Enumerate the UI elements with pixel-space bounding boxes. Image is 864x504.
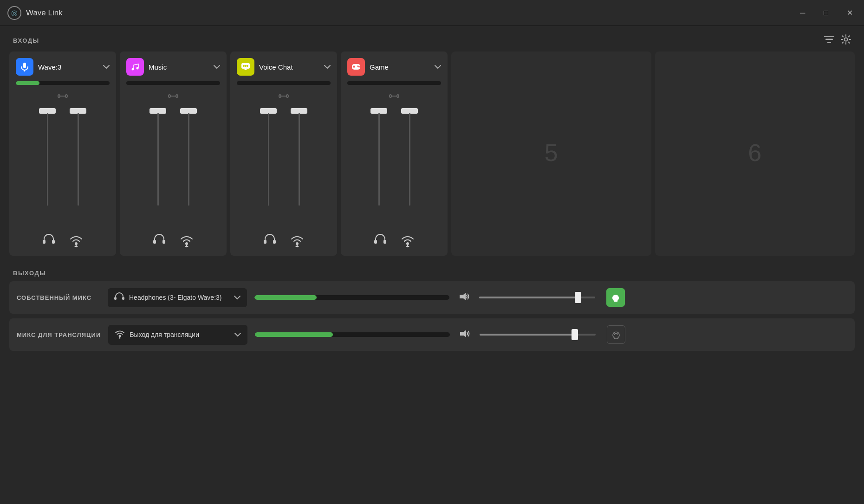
link-icon-wave3 bbox=[16, 92, 110, 100]
hear-button-stream[interactable] bbox=[607, 325, 625, 344]
headphones-icon-game[interactable] bbox=[374, 233, 387, 247]
volume-meter-fill-wave3 bbox=[16, 81, 39, 85]
channel-icon-wave3 bbox=[16, 58, 33, 76]
svg-rect-41 bbox=[114, 297, 117, 300]
channel-name-wave3: Wave:3 bbox=[38, 63, 98, 71]
faders-voicechat bbox=[237, 108, 331, 221]
svg-rect-37 bbox=[383, 240, 386, 244]
broadcast-icon-voicechat[interactable] bbox=[290, 233, 304, 247]
channel-name-voicechat: Voice Chat bbox=[259, 63, 319, 71]
maximize-button[interactable]: □ bbox=[820, 6, 832, 19]
inputs-section-header: ВХОДЫ bbox=[0, 26, 864, 52]
output-slider-thumb-stream[interactable] bbox=[572, 329, 578, 340]
output-device-stream[interactable]: Выход для трансляции bbox=[108, 325, 247, 345]
minimize-button[interactable]: ─ bbox=[796, 6, 809, 19]
volume-icon-stream[interactable] bbox=[459, 329, 470, 341]
svg-rect-16 bbox=[162, 240, 165, 244]
fader-line-right-game bbox=[409, 113, 410, 206]
svg-marker-46 bbox=[118, 337, 121, 338]
volume-meter-wave3 bbox=[16, 81, 110, 85]
fader-line-right-wave3 bbox=[78, 113, 79, 206]
output-device-name-stream: Выход для трансляции bbox=[130, 331, 230, 338]
svg-marker-43 bbox=[460, 293, 466, 300]
window-controls: ─ □ ✕ bbox=[796, 6, 857, 19]
filter-icon-button[interactable] bbox=[824, 34, 834, 47]
outputs-label: ВЫХОДЫ bbox=[13, 270, 46, 277]
output-label-headphones: СОБСТВЕННЫЙ МИКС bbox=[17, 294, 100, 301]
fader-line-left-wave3 bbox=[47, 113, 48, 206]
svg-point-33 bbox=[357, 65, 359, 67]
output-row-headphones: СОБСТВЕННЫЙ МИКС Headphones (3- Elgato W… bbox=[9, 281, 855, 314]
output-label-stream: МИКС ДЛЯ ТРАНСЛЯЦИИ bbox=[17, 331, 101, 338]
volume-meter-voicechat bbox=[237, 81, 331, 85]
channel-slot-5[interactable]: 5 bbox=[451, 52, 651, 256]
link-icon-voicechat bbox=[237, 92, 331, 100]
fader-track-right-voicechat bbox=[291, 108, 307, 221]
empty-slot-label-6: 6 bbox=[748, 139, 761, 167]
faders-wave3 bbox=[16, 108, 110, 221]
svg-point-21 bbox=[243, 65, 245, 67]
headphones-icon-wave3[interactable] bbox=[42, 233, 55, 247]
output-device-dropdown-headphones[interactable] bbox=[234, 294, 240, 301]
svg-point-13 bbox=[136, 67, 139, 70]
svg-rect-8 bbox=[52, 240, 55, 244]
svg-point-22 bbox=[245, 65, 247, 67]
output-device-dropdown-stream[interactable] bbox=[234, 331, 241, 338]
faders-game bbox=[347, 108, 441, 221]
output-slider-headphones bbox=[479, 297, 595, 298]
headphones-icon-voicechat[interactable] bbox=[263, 233, 276, 247]
channel-dropdown-wave3[interactable] bbox=[103, 63, 110, 71]
svg-point-12 bbox=[132, 68, 134, 71]
empty-slot-label-5: 5 bbox=[545, 139, 558, 167]
close-button[interactable]: ✕ bbox=[843, 6, 857, 19]
inputs-label: ВХОДЫ bbox=[13, 37, 39, 44]
output-row-stream: МИКС ДЛЯ ТРАНСЛЯЦИИ Выход для трансляции bbox=[9, 318, 855, 351]
output-device-name-headphones: Headphones (3- Elgato Wave:3) bbox=[129, 294, 229, 301]
fader-track-right-wave3 bbox=[70, 108, 86, 221]
broadcast-icon-music[interactable] bbox=[180, 233, 194, 247]
channel-icon-music bbox=[126, 58, 144, 76]
channel-dropdown-music[interactable] bbox=[214, 63, 220, 71]
settings-icon-button[interactable] bbox=[841, 34, 851, 47]
fader-line-left-voicechat bbox=[268, 113, 269, 206]
svg-rect-4 bbox=[23, 63, 26, 68]
app-title: Wave Link bbox=[26, 8, 63, 18]
volume-icon-headphones[interactable] bbox=[459, 292, 470, 304]
output-icons-game bbox=[347, 233, 441, 247]
main-content: ВХОДЫ bbox=[0, 26, 864, 504]
svg-rect-5 bbox=[24, 70, 25, 71]
channel-name-music: Music bbox=[149, 63, 209, 71]
channel-slot-6[interactable]: 6 bbox=[655, 52, 855, 256]
broadcast-icon-wave3[interactable] bbox=[69, 233, 83, 247]
output-icons-voicechat bbox=[237, 233, 331, 247]
inputs-area: Wave:3 bbox=[0, 52, 864, 265]
output-device-headphones[interactable]: Headphones (3- Elgato Wave:3) bbox=[108, 288, 247, 307]
fader-track-left-voicechat bbox=[260, 108, 277, 221]
channel-dropdown-voicechat[interactable] bbox=[324, 63, 331, 71]
fader-line-left-music bbox=[157, 113, 159, 206]
broadcast-icon-game[interactable] bbox=[401, 233, 415, 247]
fader-line-right-voicechat bbox=[299, 113, 300, 206]
svg-marker-19 bbox=[185, 245, 188, 247]
outputs-section-header: ВЫХОДЫ bbox=[0, 265, 864, 281]
svg-rect-1 bbox=[825, 39, 833, 40]
output-slider-thumb-headphones[interactable] bbox=[575, 292, 581, 303]
output-slider-track-headphones[interactable] bbox=[479, 297, 595, 298]
output-slider-track-stream[interactable] bbox=[480, 334, 596, 336]
svg-marker-47 bbox=[460, 330, 466, 337]
link-icon-game bbox=[347, 92, 441, 100]
hear-button-headphones[interactable] bbox=[606, 288, 625, 307]
fader-track-left-music bbox=[149, 108, 166, 221]
channel-card-music: Music bbox=[120, 52, 227, 256]
headphones-icon-music[interactable] bbox=[153, 233, 166, 247]
svg-rect-15 bbox=[153, 240, 156, 244]
channel-header-voicechat: Voice Chat bbox=[237, 58, 331, 76]
svg-rect-32 bbox=[354, 66, 355, 68]
svg-rect-26 bbox=[273, 240, 276, 244]
channel-name-game: Game bbox=[370, 63, 430, 71]
channel-header-wave3: Wave:3 bbox=[16, 58, 110, 76]
svg-rect-7 bbox=[43, 240, 45, 244]
headphones-device-icon bbox=[114, 292, 124, 304]
channel-header-game: Game bbox=[347, 58, 441, 76]
channel-dropdown-game[interactable] bbox=[435, 63, 441, 71]
